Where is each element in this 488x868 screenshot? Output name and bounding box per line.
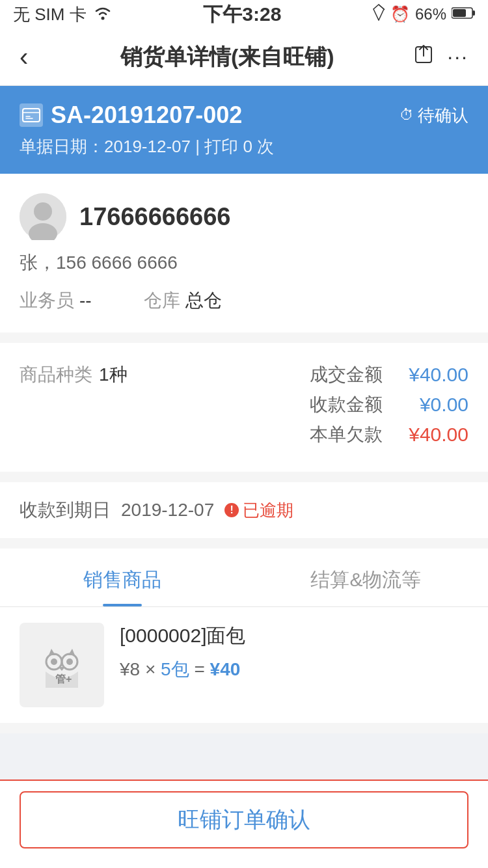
order-status: ⏱ 待确认 — [400, 104, 468, 127]
back-button[interactable]: ‹ — [20, 42, 28, 72]
amounts: 成交金额 ¥40.00 收款金额 ¥0.00 本单欠款 ¥40.00 — [310, 362, 468, 452]
battery-icon — [452, 5, 475, 23]
svg-rect-2 — [472, 10, 475, 16]
status-time: 下午3:28 — [203, 1, 281, 28]
tab-settlement[interactable]: 结算&物流等 — [244, 549, 488, 606]
price-value: ¥8 — [120, 659, 140, 679]
status-right: ⏰ 66% — [372, 4, 475, 25]
tabs-section: 销售商品 结算&物流等 — [0, 549, 488, 607]
confirm-button[interactable]: 旺铺订单确认 — [20, 791, 468, 848]
avatar — [20, 193, 66, 240]
svg-point-11 — [51, 658, 57, 665]
customer-meta: 业务员 -- 仓库 总仓 — [20, 288, 468, 313]
nav-actions: ··· — [413, 44, 468, 70]
overdue-icon: ! — [224, 503, 239, 517]
product-section: 管+ [0000002]面包 ¥8 × 5包 = ¥40 — [0, 607, 488, 723]
amount-value: ¥40.00 — [409, 364, 468, 386]
product-qty: 5包 — [161, 659, 189, 679]
customer-section: 17666666666 张，156 6666 6666 业务员 -- 仓库 总仓 — [0, 174, 488, 332]
svg-text:管+: 管+ — [55, 673, 72, 685]
product-type-label: 商品种类 — [20, 362, 92, 387]
more-button[interactable]: ··· — [447, 45, 468, 69]
amount-label: 成交金额 — [310, 362, 383, 387]
warehouse-value: 总仓 — [185, 288, 222, 313]
location-icon — [372, 4, 385, 25]
order-id: SA-20191207-002 — [20, 102, 242, 129]
nav-bar: ‹ 销货单详情(来自旺铺) ··· — [0, 29, 488, 86]
order-date: 单据日期：2019-12-07 | 打印 0 次 — [20, 135, 468, 158]
tabs: 销售商品 结算&物流等 — [0, 549, 488, 607]
received-label: 收款金额 — [310, 392, 383, 417]
product-thumbnail: 管+ — [20, 623, 104, 707]
customer-phone: 17666666666 — [79, 203, 230, 231]
page-title: 销货单详情(来自旺铺) — [41, 42, 413, 72]
tab-sales-products[interactable]: 销售商品 — [0, 549, 244, 606]
svg-rect-5 — [23, 109, 40, 122]
battery-text: 66% — [415, 5, 446, 23]
product-total: ¥40 — [210, 659, 241, 679]
product-item: 管+ [0000002]面包 ¥8 × 5包 = ¥40 — [20, 623, 468, 707]
salesperson-label: 业务员 — [20, 288, 74, 313]
owed-value: ¥40.00 — [409, 424, 468, 446]
sim-label: 无 SIM 卡 — [13, 3, 87, 26]
svg-point-7 — [34, 202, 52, 221]
warehouse-label: 仓库 — [144, 288, 180, 313]
product-type-value: 1种 — [99, 362, 128, 387]
product-info: [0000002]面包 ¥8 × 5包 = ¥40 — [120, 623, 468, 682]
order-icon — [20, 103, 43, 127]
due-date-section: 收款到期日 2019-12-07 ! 已逾期 — [0, 482, 488, 538]
order-header: SA-20191207-002 ⏱ 待确认 单据日期：2019-12-07 | … — [0, 86, 488, 174]
svg-point-12 — [66, 658, 73, 665]
product-price: ¥8 × 5包 = ¥40 — [120, 657, 468, 682]
received-value: ¥0.00 — [420, 394, 468, 416]
bottom-bar: 旺铺订单确认 — [0, 780, 488, 868]
status-bar: 无 SIM 卡 下午3:28 ⏰ 66% — [0, 0, 488, 29]
status-left: 无 SIM 卡 — [13, 3, 113, 26]
owed-label: 本单欠款 — [310, 422, 383, 447]
svg-rect-3 — [453, 9, 466, 17]
overdue-label: 已逾期 — [243, 499, 293, 522]
due-date: 2019-12-07 — [121, 500, 214, 521]
due-label: 收款到期日 — [20, 498, 111, 522]
equals-symbol: = — [194, 659, 210, 679]
multiply-symbol: × — [145, 659, 161, 679]
overdue-badge: ! 已逾期 — [224, 499, 293, 522]
share-button[interactable] — [413, 44, 434, 70]
customer-name: 张，156 6666 6666 — [20, 251, 468, 275]
alarm-icon: ⏰ — [390, 5, 410, 23]
product-name: [0000002]面包 — [120, 623, 468, 649]
salesperson-value: -- — [79, 290, 92, 311]
wifi-icon — [93, 5, 113, 25]
order-info-section: 商品种类 1种 成交金额 ¥40.00 收款金额 ¥0.00 本单欠款 ¥40.… — [0, 343, 488, 472]
svg-point-0 — [101, 16, 104, 20]
clock-icon: ⏱ — [400, 107, 414, 124]
